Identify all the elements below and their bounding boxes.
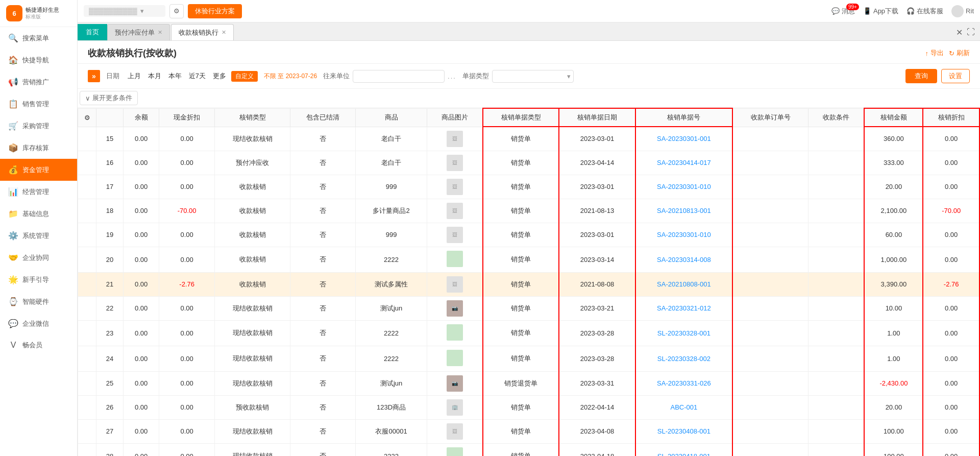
bill-report-no-link[interactable]: SL-20230328-002: [657, 355, 710, 363]
bill-report-no-link[interactable]: SL-20230408-001: [657, 427, 710, 435]
cell-bill-report-no[interactable]: SL-20230418-001: [635, 443, 732, 456]
bill-report-no-link[interactable]: SA-20210813-001: [657, 207, 711, 214]
sidebar-item-guide[interactable]: 🌟 新手引导: [0, 269, 77, 291]
bill-report-no-link[interactable]: SA-20230301-010: [657, 183, 711, 190]
cell-bill-report-no[interactable]: SA-20230301-010: [635, 175, 732, 199]
cell-collect-condition: [808, 223, 865, 247]
refresh-button[interactable]: ↻ 刷新: [949, 49, 970, 58]
cell-bill-report-no[interactable]: SA-20230314-008: [635, 247, 732, 272]
bill-report-no-link[interactable]: SA-20230314-008: [657, 256, 711, 263]
sidebar-item-business[interactable]: 📊 经营管理: [0, 181, 77, 203]
collab-icon: 🤝: [8, 253, 18, 262]
cell-bill-report-no[interactable]: SA-20230331-026: [635, 371, 732, 395]
date-custom-button[interactable]: 自定义: [231, 71, 258, 82]
cell-bill-report-no[interactable]: SL-20230328-002: [635, 346, 732, 371]
online-service-button[interactable]: 🎧 在线客服: [906, 7, 943, 16]
col-include-settled: 包含已结清: [290, 108, 356, 127]
bill-report-no-link[interactable]: SA-20230331-026: [657, 379, 711, 387]
cell-bill-report-no[interactable]: SL-20230408-001: [635, 419, 732, 443]
tab-home[interactable]: 首页: [78, 24, 107, 40]
bill-report-no-link[interactable]: SA-20210808-001: [657, 280, 711, 288]
cell-bill-report-no[interactable]: SA-20230414-017: [635, 151, 732, 175]
bill-report-no-link[interactable]: SA-20230321-012: [657, 304, 711, 312]
bill-report-no-link[interactable]: ABC-001: [671, 403, 698, 411]
cell-cash-discount: -70.00: [159, 199, 215, 223]
sidebar-item-marketing[interactable]: 📢 营销推广: [0, 71, 77, 93]
message-button[interactable]: 💬 消息 99+: [831, 7, 855, 16]
cell-product: 999: [356, 175, 427, 199]
cell-product-img: 🏢: [427, 395, 483, 419]
bill-report-no-link[interactable]: SA-20230301-001: [657, 135, 711, 142]
date-option-more[interactable]: 更多: [211, 70, 228, 82]
page-title-bar: 收款核销执行(按收款) ↑ 导出 ↻ 刷新: [78, 41, 980, 64]
cell-writeoff-amount: 60.00: [864, 223, 923, 247]
settings-gear-button[interactable]: ⚙: [169, 4, 184, 18]
cell-bill-report-no[interactable]: SA-20230321-012: [635, 296, 732, 320]
setting-button[interactable]: 设置: [941, 69, 970, 83]
sidebar-item-quicknav[interactable]: 🏠 快捷导航: [0, 49, 77, 71]
sidebar-item-inventory[interactable]: 📦 库存核算: [0, 137, 77, 159]
filter-toggle-button[interactable]: »: [88, 70, 100, 82]
user-avatar[interactable]: Rit: [951, 5, 974, 17]
query-button[interactable]: 查询: [905, 69, 937, 83]
cell-bill-report-no[interactable]: SL-20230328-001: [635, 320, 732, 346]
date-option-7days[interactable]: 近7天: [187, 70, 208, 82]
address-bar[interactable]: ▓▓▓▓▓▓▓▓▓▓ ▾: [84, 5, 165, 17]
sidebar-item-finance[interactable]: 💰 资金管理: [0, 159, 77, 181]
vendor-input[interactable]: [353, 70, 445, 83]
sidebar-item-basic[interactable]: 📁 基础信息: [0, 203, 77, 225]
bill-report-no-link[interactable]: SA-20230301-010: [657, 231, 711, 238]
sidebar-item-collab[interactable]: 🤝 企业协同: [0, 247, 77, 269]
sidebar-item-member[interactable]: V 畅会员: [0, 334, 77, 356]
cell-writeoff-type: 现结收款核销: [215, 320, 290, 346]
col-settings[interactable]: ⚙: [78, 108, 96, 127]
date-option-last-month[interactable]: 上月: [126, 70, 143, 82]
cell-bill-report-no[interactable]: SA-20230301-001: [635, 127, 732, 151]
cell-bill-report-no[interactable]: ABC-001: [635, 395, 732, 419]
cell-writeoff-type: 现结收款核销: [215, 127, 290, 151]
date-option-this-year[interactable]: 本年: [166, 70, 184, 82]
sidebar-item-label: 系统管理: [22, 231, 49, 241]
table-row: 28 0.00 0.00 现结收款核销 否 2222 销货单 2023-04-1…: [78, 443, 980, 456]
cell-seq: 16: [96, 151, 124, 175]
export-button[interactable]: ↑ 导出: [925, 49, 944, 58]
cell-bill-report-no[interactable]: SA-20210813-001: [635, 199, 732, 223]
cell-collect-order-no: [732, 419, 808, 443]
sidebar-item-search[interactable]: 🔍 搜索菜单: [0, 27, 77, 49]
cell-balance: 0.00: [123, 395, 159, 419]
sidebar-item-hardware[interactable]: ⌚ 智能硬件: [0, 291, 77, 313]
sidebar-item-system[interactable]: ⚙️ 系统管理: [0, 225, 77, 247]
cell-bill-report-no[interactable]: SA-20210808-001: [635, 272, 732, 296]
bill-report-no-link[interactable]: SL-20230418-001: [657, 452, 710, 457]
cell-bill-report-no[interactable]: SA-20230301-010: [635, 223, 732, 247]
bill-report-no-link[interactable]: SA-20230414-017: [657, 159, 711, 166]
sidebar-item-purchase[interactable]: 🛒 采购管理: [0, 115, 77, 137]
message-icon: 💬: [831, 7, 840, 15]
tab-prepay[interactable]: 预付冲应付单 ✕: [107, 24, 170, 40]
table-row: 23 0.00 0.00 现结收款核销 否 2222 销货单 2023-03-2…: [78, 320, 980, 346]
cell-bill-report-type: 销货单: [483, 151, 559, 175]
close-icon[interactable]: ✕: [158, 29, 162, 36]
tab-collection[interactable]: 收款核销执行 ✕: [171, 24, 234, 40]
cell-bill-report-date: 2022-04-14: [559, 395, 635, 419]
industry-solution-button[interactable]: 休验行业方案: [188, 4, 242, 18]
date-option-this-month[interactable]: 本月: [146, 70, 163, 82]
cell-product: 123D商品: [356, 395, 427, 419]
sidebar-item-wechat[interactable]: 💬 企业微信: [0, 313, 77, 334]
cell-bill-report-date: 2023-03-01: [559, 175, 635, 199]
bill-type-label: 单据类型: [462, 71, 489, 81]
sidebar-item-sales[interactable]: 📋 销售管理: [0, 93, 77, 115]
cell-collect-condition: [808, 419, 865, 443]
app-download-button[interactable]: 📱 App下载: [863, 7, 898, 16]
cell-writeoff-discount: 0.00: [923, 296, 979, 320]
cell-writeoff-discount: 0.00: [923, 175, 979, 199]
bill-type-select[interactable]: [492, 70, 574, 83]
close-window-icon[interactable]: ✕: [956, 28, 963, 37]
cell-seq: 15: [96, 127, 124, 151]
bill-report-no-link[interactable]: SL-20230328-001: [657, 329, 710, 337]
close-icon[interactable]: ✕: [222, 29, 226, 36]
cell-product-img: [427, 443, 483, 456]
cell-product: 2222: [356, 346, 427, 371]
expand-more-button[interactable]: ∨ 展开更多条件: [80, 91, 138, 105]
maximize-icon[interactable]: ⛶: [967, 28, 975, 37]
